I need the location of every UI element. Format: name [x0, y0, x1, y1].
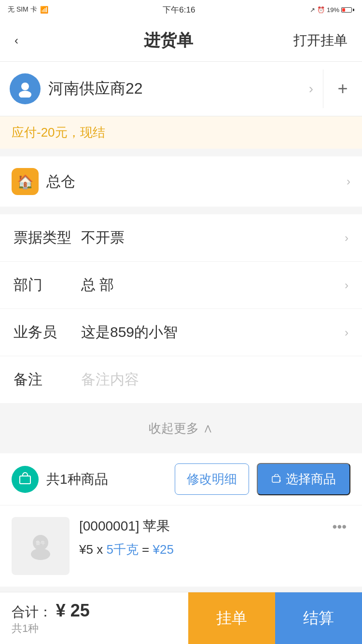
- remark-input[interactable]: 备注内容: [81, 370, 348, 390]
- back-button[interactable]: ‹: [14, 34, 43, 47]
- product-price: ¥5 x 5千克 = ¥25: [79, 541, 319, 558]
- notice-bar: 应付-20元，现结: [0, 116, 362, 149]
- collapse-bar[interactable]: 收起更多 ∧: [0, 411, 362, 446]
- product-info: [0000001] 苹果 ¥5 x 5千克 = ¥25: [79, 517, 319, 558]
- warehouse-icon: 🏠: [12, 168, 39, 195]
- svg-point-7: [31, 548, 50, 560]
- warehouse-section: 🏠 总仓 ›: [0, 156, 362, 207]
- supplier-row[interactable]: 河南供应商22 ›: [0, 62, 323, 116]
- footer-total: 合计： ¥ 25 共1种: [0, 601, 188, 636]
- add-supplier-button[interactable]: +: [323, 62, 362, 116]
- alarm-icon: ⏰: [317, 6, 325, 14]
- unit-price: ¥5: [79, 542, 93, 557]
- product-menu-button[interactable]: •••: [329, 517, 350, 536]
- total-label: 合计：: [12, 604, 52, 619]
- wifi-icon: 📶: [40, 6, 48, 14]
- cart-icon: [18, 472, 32, 487]
- svg-rect-3: [272, 476, 280, 482]
- battery-percent: 19%: [327, 6, 339, 14]
- pay-button[interactable]: 结算: [275, 592, 362, 644]
- department-arrow-icon: ›: [345, 279, 348, 292]
- department-label: 部门: [14, 275, 71, 295]
- select-product-button[interactable]: 选择商品: [257, 463, 350, 495]
- department-value: 总 部: [81, 275, 345, 295]
- warehouse-row[interactable]: 🏠 总仓 ›: [0, 156, 362, 207]
- battery-icon: [341, 7, 354, 13]
- footer: 合计： ¥ 25 共1种 挂单 结算: [0, 592, 362, 644]
- invoice-arrow-icon: ›: [345, 231, 348, 245]
- invoice-type-value: 不开票: [81, 228, 345, 248]
- modify-detail-button[interactable]: 修改明细: [175, 463, 249, 495]
- department-row[interactable]: 部门 总 部 ›: [0, 262, 362, 309]
- collapse-label: 收起更多 ∧: [149, 420, 213, 437]
- page-title: 进货单: [144, 29, 193, 52]
- remark-label: 备注: [14, 370, 71, 390]
- supplier-section: 河南供应商22 › +: [0, 62, 362, 116]
- product-name: [0000001] 苹果: [79, 517, 319, 535]
- warehouse-arrow-icon: ›: [347, 175, 350, 188]
- svg-rect-2: [20, 476, 30, 484]
- sim-label: 无 SIM 卡: [8, 5, 37, 14]
- warehouse-name: 总仓: [46, 172, 347, 192]
- product-image-placeholder: 鲁牛: [24, 529, 57, 563]
- status-time: 下午6:16: [163, 4, 195, 15]
- remark-row[interactable]: 备注 备注内容: [0, 356, 362, 403]
- nav-bar: ‹ 进货单 打开挂单: [0, 19, 362, 62]
- equals: =: [142, 542, 153, 557]
- products-icon: [12, 466, 39, 493]
- supplier-name: 河南供应商22: [48, 78, 301, 99]
- products-count: 共1种商品: [46, 470, 167, 489]
- person-icon: [16, 80, 34, 98]
- subtotal: ¥25: [153, 542, 174, 557]
- hold-button[interactable]: 挂单: [188, 592, 275, 644]
- select-cart-icon: [271, 474, 282, 485]
- price-separator: x: [97, 542, 106, 557]
- total-row: 合计： ¥ 25: [12, 601, 177, 621]
- salesperson-row[interactable]: 业务员 这是859的小智 ›: [0, 309, 362, 356]
- location-icon: ↗: [310, 6, 315, 14]
- form-section: 票据类型 不开票 › 部门 总 部 › 业务员 这是859的小智 › 备注 备注…: [0, 214, 362, 403]
- supplier-arrow-icon: ›: [309, 81, 313, 97]
- total-amount: ¥ 25: [56, 601, 90, 620]
- product-item: 鲁牛 [0000001] 苹果 ¥5 x 5千克 = ¥25 •••: [0, 505, 362, 587]
- quantity: 5千克: [106, 542, 138, 557]
- invoice-type-label: 票据类型: [14, 228, 71, 248]
- salesperson-value: 这是859的小智: [81, 322, 345, 342]
- supplier-avatar: [10, 73, 41, 104]
- salesperson-arrow-icon: ›: [345, 326, 348, 339]
- products-section: 共1种商品 修改明细 选择商品 鲁牛 [0000001] 苹果 ¥5: [0, 453, 362, 587]
- status-bar: 无 SIM 卡 📶 下午6:16 ↗ ⏰ 19%: [0, 0, 362, 19]
- notice-text: 应付-20元，现结: [12, 125, 105, 140]
- svg-point-1: [19, 91, 31, 98]
- invoice-type-row[interactable]: 票据类型 不开票 ›: [0, 214, 362, 262]
- total-count: 共1种: [12, 621, 177, 636]
- status-left: 无 SIM 卡 📶: [8, 5, 48, 14]
- svg-point-0: [21, 83, 29, 90]
- status-right: ↗ ⏰ 19%: [310, 6, 354, 14]
- salesperson-label: 业务员: [14, 322, 71, 342]
- open-hold-button[interactable]: 打开挂单: [293, 31, 348, 50]
- svg-text:鲁牛: 鲁牛: [36, 540, 45, 546]
- product-thumbnail: 鲁牛: [12, 517, 70, 575]
- products-header: 共1种商品 修改明细 选择商品: [0, 453, 362, 505]
